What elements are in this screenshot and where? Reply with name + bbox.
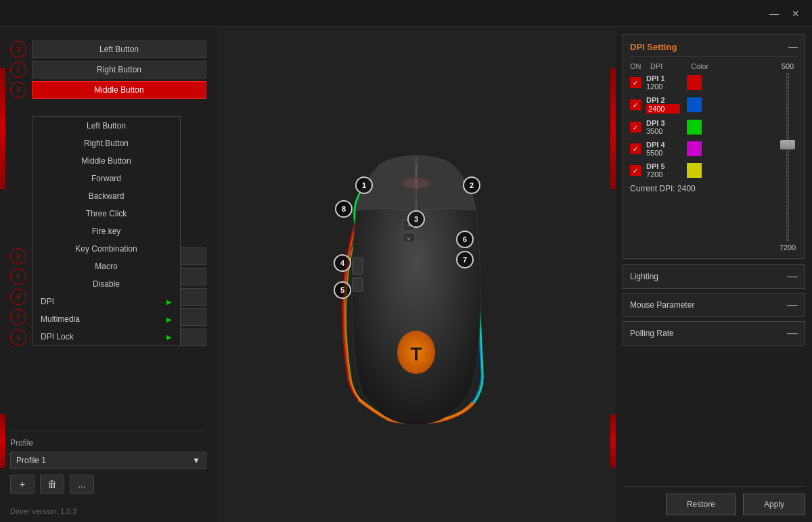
dropdown-multimedia[interactable]: Multimedia▶ (32, 310, 180, 328)
lighting-panel[interactable]: Lighting — (623, 264, 805, 289)
dpi-5-info: DPI 5 7200 (646, 162, 680, 179)
mouse-svg: ^ v T (315, 122, 518, 427)
dpi-col-on-header: ON (630, 62, 650, 70)
left-panel: 1 Left Button 2 Right Button 3 Middle Bu… (0, 27, 217, 522)
mouse-num-7: 7 (456, 251, 474, 268)
dpi-4-info: DPI 4 5500 (646, 141, 680, 157)
profile-delete-button[interactable]: 🗑 (40, 475, 64, 494)
center-panel: ^ v T 1 2 3 4 5 6 7 8 (217, 27, 616, 522)
dpi-1-checkbox[interactable] (630, 77, 641, 88)
profile-section: Profile Profile 1 ▼ + 🗑 ... Driver versi… (10, 431, 206, 515)
bottom-bar: Restore Apply (623, 486, 805, 515)
button-row-2: 2 Right Button (10, 61, 206, 78)
dropdown-middle-button[interactable]: Middle Button (32, 152, 180, 170)
dpi-slider-thumb[interactable] (780, 140, 795, 149)
dpi-rows-column: ON DPI Color DPI 1 1200 (630, 62, 771, 252)
profile-dropdown-icon: ▼ (192, 456, 200, 465)
svg-point-13 (403, 178, 430, 189)
driver-version: Driver version: 1.0.3 (10, 507, 206, 515)
profile-more-button[interactable]: ... (70, 475, 94, 494)
dpi-2-checkbox[interactable] (630, 99, 641, 110)
dpi-panel-header: DPI Setting — (630, 41, 798, 57)
slider-min-label: 7200 (780, 243, 796, 252)
profile-actions: + 🗑 ... (10, 475, 206, 494)
current-dpi-value: 2400 (677, 184, 696, 193)
apply-button[interactable]: Apply (743, 494, 805, 515)
btn-num-3: 3 (10, 82, 26, 98)
dpi-slider-section: 500 7200 (771, 62, 798, 252)
dpi-slider-track[interactable] (786, 73, 789, 241)
svg-text:T: T (410, 343, 422, 364)
dropdown-dpi[interactable]: DPI▶ (32, 293, 180, 310)
button-row-3: 3 Middle Button (10, 81, 206, 99)
dpi-panel-minimize[interactable]: — (788, 41, 798, 52)
mouse-num-2: 2 (463, 176, 480, 194)
btn-num-2: 2 (10, 62, 26, 78)
mouse-num-8: 8 (335, 200, 353, 218)
dpi-4-color[interactable] (687, 141, 702, 156)
button-list: 1 Left Button 2 Right Button 3 Middle Bu… (10, 41, 206, 417)
svg-rect-6 (353, 278, 363, 291)
minimize-button[interactable]: — (765, 4, 784, 23)
dropdown-fire-key[interactable]: Fire key (32, 222, 180, 240)
mouse-num-4: 4 (334, 254, 351, 272)
lighting-minimize-icon: — (787, 270, 798, 283)
dpi-row-3: DPI 3 3500 (630, 119, 771, 135)
btn-right-button[interactable]: Right Button (32, 61, 206, 78)
svg-rect-5 (353, 258, 363, 275)
dpi-1-color[interactable] (687, 75, 702, 90)
dpi-3-info: DPI 3 3500 (646, 119, 680, 135)
dpi-3-checkbox[interactable] (630, 122, 641, 133)
dropdown-macro[interactable]: Macro (32, 258, 180, 275)
btn-num-5: 5 (10, 268, 26, 285)
dpi-4-checkbox[interactable] (630, 143, 641, 154)
dpi-2-color[interactable] (687, 97, 702, 112)
btn-num-8: 8 (10, 329, 26, 346)
dpi-row-1: DPI 1 1200 (630, 74, 771, 91)
polling-rate-minimize-icon: — (787, 327, 798, 339)
dpi-col-dpi-header: DPI (650, 62, 691, 70)
dpi-row-2: DPI 2 2400 (630, 96, 771, 114)
dpi-5-checkbox[interactable] (630, 165, 641, 176)
svg-text:v: v (407, 235, 410, 241)
left-accent-top (0, 68, 5, 189)
profile-current-value: Profile 1 (16, 456, 46, 465)
slider-max-label: 500 (782, 62, 794, 70)
dropdown-right-button[interactable]: Right Button (32, 135, 180, 152)
profile-label: Profile (10, 438, 206, 448)
dpi-panel: DPI Setting — ON DPI Color DP (623, 34, 805, 259)
mouse-container: ^ v T 1 2 3 4 5 6 7 8 (315, 122, 518, 427)
btn-num-7: 7 (10, 309, 26, 325)
dropdown-key-combination[interactable]: Key Combination (32, 240, 180, 258)
dropdown-backward[interactable]: Backward (32, 187, 180, 205)
right-panel: DPI Setting — ON DPI Color DP (616, 27, 812, 522)
dropdown-three-click[interactable]: Three Click (32, 205, 180, 222)
close-button[interactable]: ✕ (786, 4, 805, 23)
mouse-parameter-panel[interactable]: Mouse Parameter — (623, 293, 805, 317)
left-accent-bottom (0, 414, 5, 468)
mouse-num-5: 5 (334, 281, 351, 299)
polling-rate-panel[interactable]: Polling Rate — (623, 321, 805, 346)
btn-left-button[interactable]: Left Button (32, 41, 206, 58)
dropdown-menu: Left Button Right Button Middle Button F… (32, 116, 181, 346)
current-dpi-label: Current DPI: (630, 184, 675, 193)
dpi-row-4: DPI 4 5500 (630, 141, 771, 157)
dpi-header-row: ON DPI Color (630, 62, 771, 70)
btn-num-6: 6 (10, 289, 26, 305)
dropdown-disable[interactable]: Disable (32, 275, 180, 293)
btn-middle-button[interactable]: Middle Button (32, 81, 206, 99)
dpi-slider-container: 500 7200 (777, 62, 798, 252)
dropdown-left-button[interactable]: Left Button (32, 117, 180, 135)
btn-num-4: 4 (10, 248, 26, 264)
profile-add-button[interactable]: + (10, 475, 35, 494)
restore-button[interactable]: Restore (666, 494, 736, 515)
polling-rate-title: Polling Rate (630, 329, 674, 338)
button-row-1: 1 Left Button (10, 41, 206, 58)
profile-select[interactable]: Profile 1 ▼ (10, 452, 206, 469)
mouse-num-1: 1 (355, 176, 373, 194)
dropdown-dpi-lock[interactable]: DPI Lock▶ (32, 328, 180, 346)
dropdown-forward[interactable]: Forward (32, 170, 180, 187)
right-accent-bottom (610, 414, 616, 468)
dpi-3-color[interactable] (687, 120, 702, 135)
dpi-5-color[interactable] (687, 163, 702, 178)
